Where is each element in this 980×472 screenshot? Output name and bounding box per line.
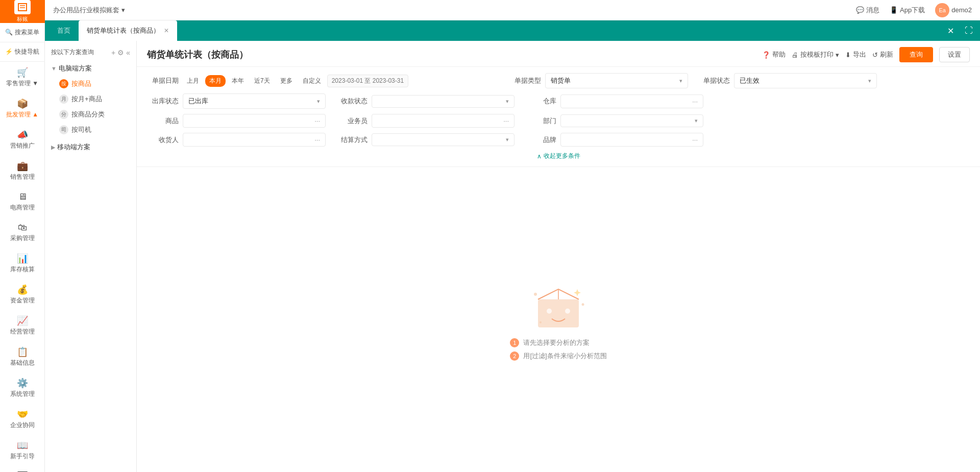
side-panel-title: 按以下方案查询 — [51, 48, 94, 57]
scheme-item-by-clerk[interactable]: 司 按司机 — [45, 122, 136, 137]
collapse-more-button[interactable]: ∧ 收起更多条件 — [147, 152, 970, 160]
staff-input[interactable]: ··· — [372, 114, 514, 128]
mobile-group-label: 移动端方案 — [57, 143, 90, 152]
purchase-icon: 🛍 — [2, 222, 43, 233]
date-range-display[interactable]: 2023-03-01 至 2023-03-31 — [327, 75, 408, 87]
sidebar-item-ecommerce[interactable]: 🖥 电商管理 — [0, 186, 45, 217]
industry-selector[interactable]: 办公用品行业模拟账套 ▾ — [53, 6, 125, 15]
sidebar-item-wholesale-label: 批发管理 — [6, 111, 31, 118]
sidebar-item-marketing[interactable]: 📣 营销推广 — [0, 124, 45, 155]
app-logo: 标账 — [0, 0, 45, 23]
wholesale-arrow: ▲ — [32, 111, 38, 118]
sidebar-item-purchase[interactable]: 🛍 采购管理 — [0, 217, 45, 248]
ecommerce-icon: 🖥 — [2, 192, 43, 202]
tab-sales-stats[interactable]: 销货单统计表（按商品） ✕ — [79, 20, 177, 41]
filter-row-1: 单据日期 上月 本月 本年 近7天 更多 自定义 2023-03-01 至 20… — [147, 73, 970, 88]
svg-point-6 — [540, 321, 542, 323]
doc-status-label: 单据状态 — [698, 76, 734, 85]
by-clerk-label: 按司机 — [71, 125, 91, 134]
doc-status-select[interactable]: 已生效 ▾ — [734, 73, 877, 88]
empty-illustration — [528, 279, 589, 330]
add-scheme-icon[interactable]: + — [111, 49, 115, 57]
by-category-label: 按商品分类 — [71, 110, 105, 119]
date-btn-last-month[interactable]: 上月 — [183, 75, 203, 87]
sidebar-item-guide[interactable]: 📖 新手引导 — [0, 435, 45, 466]
app-download-button[interactable]: 📱 App下载 — [890, 6, 925, 15]
sidebar-quicknav[interactable]: ⚡ 快捷导航 — [0, 42, 45, 62]
filter-area: 单据日期 上月 本月 本年 近7天 更多 自定义 2023-03-01 至 20… — [137, 67, 980, 167]
user-button[interactable]: Ea demo2 — [935, 3, 972, 17]
date-btn-this-year[interactable]: 本年 — [228, 75, 248, 87]
hint-1-text: 请先选择要分析的方案 — [523, 338, 590, 347]
message-button[interactable]: 💬 消息 — [856, 6, 879, 15]
collapse-label: 收起更多条件 — [544, 152, 580, 160]
svg-point-4 — [534, 293, 537, 296]
settings-scheme-icon[interactable]: ⚙ — [117, 49, 124, 57]
date-btn-this-month[interactable]: 本月 — [205, 75, 226, 87]
sidebar-item-retail-label: 零售管理 — [6, 80, 31, 87]
sidebar-item-enterprise-label: 企业协同 — [10, 421, 35, 429]
side-panel: 按以下方案查询 + ⚙ « ▼ 电脑端方案 按 按商品 月 — [45, 41, 137, 472]
sidebar-item-basic[interactable]: 📋 基础信息 — [0, 341, 45, 372]
side-panel-header: 按以下方案查询 + ⚙ « — [45, 45, 136, 60]
sidebar-item-sales[interactable]: 💼 销售管理 — [0, 155, 45, 186]
product-input[interactable]: ··· — [183, 114, 326, 128]
sidebar-item-finance-label: 资金管理 — [10, 297, 35, 304]
top-header: 办公用品行业模拟账套 ▾ 💬 消息 📱 App下载 Ea demo2 — [45, 0, 980, 20]
tab-home-label: 首页 — [57, 26, 70, 35]
tab-close-button[interactable]: ✕ — [943, 23, 958, 38]
sidebar-item-wholesale[interactable]: 📦 批发管理 ▲ — [0, 93, 45, 124]
date-btn-7days[interactable]: 近7天 — [250, 75, 274, 87]
dept-select[interactable]: ▾ — [560, 114, 703, 127]
help-button[interactable]: ❓ 帮助 — [762, 50, 786, 59]
scheme-item-by-product[interactable]: 按 按商品 — [45, 76, 136, 91]
product-label: 商品 — [147, 116, 183, 126]
industry-label: 办公用品行业模拟账套 — [53, 6, 119, 15]
system-icon: ⚙️ — [2, 377, 43, 389]
mobile-group-arrow: ▶ — [51, 144, 55, 151]
date-btn-more[interactable]: 更多 — [276, 75, 297, 87]
scheme-item-by-month-product[interactable]: 月 按月+商品 — [45, 91, 136, 107]
sidebar-item-stock-label: 库存核算 — [10, 266, 35, 273]
stock-icon: 📊 — [2, 253, 43, 264]
sidebar-item-stock[interactable]: 📊 库存核算 — [0, 248, 45, 279]
sidebar-item-enterprise[interactable]: 🤝 企业协同 — [0, 404, 45, 435]
empty-state: 1 请先选择要分析的方案 2 用[过滤]条件来缩小分析范围 — [137, 167, 980, 472]
collapse-panel-icon[interactable]: « — [126, 49, 130, 57]
quicknav-icon: ⚡ — [5, 48, 13, 55]
sidebar-item-finance[interactable]: 💰 资金管理 — [0, 279, 45, 310]
sidebar-item-operations[interactable]: 📈 经营管理 — [0, 310, 45, 341]
sidebar-item-system-label: 系统管理 — [10, 390, 35, 397]
refresh-button[interactable]: ↺ 刷新 — [872, 50, 893, 59]
sidebar-item-system[interactable]: ⚙️ 系统管理 — [0, 372, 45, 404]
warehouse-input[interactable]: ··· — [560, 95, 703, 108]
sidebar-item-apps[interactable]: 🔲 应用中心 — [0, 466, 45, 472]
tab-close-icon[interactable]: ✕ — [164, 27, 169, 34]
staff-dots: ··· — [503, 117, 509, 125]
date-btn-custom[interactable]: 自定义 — [299, 75, 325, 87]
pc-group-header[interactable]: ▼ 电脑端方案 — [45, 61, 136, 76]
payment-status-select[interactable]: ▾ — [372, 95, 514, 108]
wh-status-select[interactable]: 已出库 ▾ — [183, 93, 326, 109]
recipient-input[interactable]: ··· — [183, 133, 326, 147]
doc-type-select[interactable]: 销货单 ▾ — [545, 73, 688, 88]
logo-text: 标账 — [17, 15, 28, 23]
product-dots: ··· — [314, 117, 320, 125]
quicknav-label: 快捷导航 — [15, 48, 39, 55]
export-button[interactable]: ⬇ 导出 — [845, 50, 866, 59]
brand-input[interactable]: ··· — [560, 133, 703, 147]
template-print-button[interactable]: 🖨 按模板打印 ▾ — [792, 50, 839, 59]
query-button[interactable]: 查询 — [899, 47, 933, 62]
sidebar-item-retail[interactable]: 🛒 零售管理 ▼ — [0, 62, 45, 93]
scheme-item-by-category[interactable]: 分 按商品分类 — [45, 107, 136, 122]
mobile-group-header[interactable]: ▶ 移动端方案 — [45, 139, 136, 155]
header-right: 💬 消息 📱 App下载 Ea demo2 — [856, 3, 972, 17]
tab-expand-button[interactable]: ⛶ — [962, 23, 976, 38]
logo-icon — [14, 0, 31, 14]
content-area: 按以下方案查询 + ⚙ « ▼ 电脑端方案 按 按商品 月 — [45, 41, 980, 472]
sidebar-search[interactable]: 🔍 搜索菜单 — [0, 23, 45, 42]
scheme-group-pc: ▼ 电脑端方案 按 按商品 月 按月+商品 分 按商品分类 司 按司机 — [45, 60, 136, 138]
payment-method-select[interactable]: ▾ — [372, 133, 514, 146]
tab-home[interactable]: 首页 — [49, 20, 79, 41]
settings-button[interactable]: 设置 — [939, 47, 970, 62]
